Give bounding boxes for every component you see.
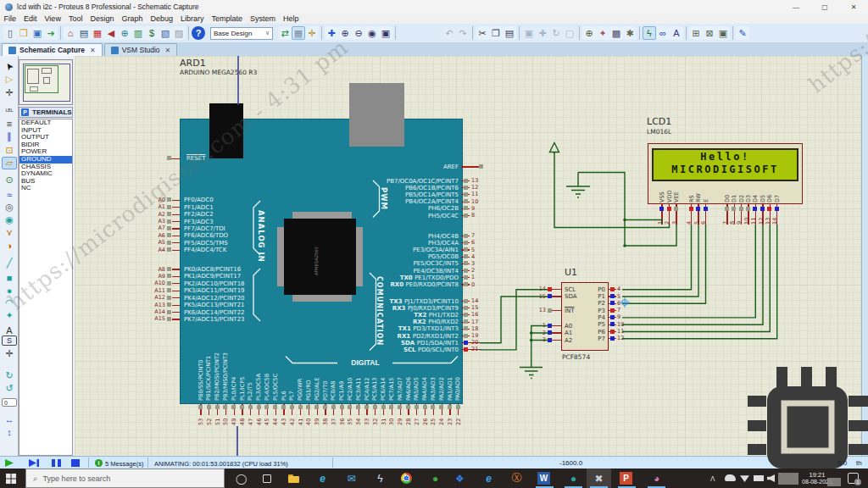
zoom-in-icon[interactable]: ⊕ — [338, 26, 352, 40]
terminal-nc[interactable]: NC — [19, 185, 72, 192]
cortana-icon[interactable]: ◯ — [234, 471, 248, 485]
open-folder-icon[interactable]: ❒ — [17, 26, 31, 40]
menu-graph[interactable]: Graph — [118, 14, 147, 23]
tab-close-icon[interactable]: ✕ — [165, 47, 171, 54]
message-count[interactable]: 5 Message(s) — [105, 460, 143, 468]
menu-edit[interactable]: Edit — [20, 14, 42, 23]
file-explorer-icon[interactable] — [287, 471, 301, 485]
source-icon[interactable]: ▥ — [131, 26, 145, 40]
help-icon[interactable]: ? — [192, 26, 205, 40]
circle-2d-icon[interactable]: ● — [2, 284, 17, 297]
subcircuit-icon[interactable]: ⊡ — [2, 144, 17, 157]
tab-close-icon[interactable]: ✕ — [90, 47, 96, 54]
component-mode-icon[interactable]: ▷ — [2, 73, 17, 86]
bom-icon[interactable]: $ — [145, 26, 159, 40]
angle-field[interactable]: 0 — [2, 398, 17, 407]
voltage-probe-icon[interactable]: ⋎ — [2, 226, 17, 239]
bus-icon[interactable]: ∥ — [2, 130, 17, 143]
menu-debug[interactable]: Debug — [147, 14, 177, 23]
paint-icon[interactable]: ◕ — [649, 471, 664, 485]
save-icon[interactable]: ▣ — [31, 26, 44, 40]
chrome-icon[interactable]: ● — [401, 473, 412, 484]
notification-icon[interactable]: 1 — [848, 473, 859, 484]
undo-icon[interactable]: ↶ — [442, 26, 456, 40]
marker-2d-icon[interactable]: ✛ — [2, 347, 17, 360]
block-copy-icon[interactable]: ▣ — [522, 26, 536, 40]
pan-icon[interactable]: ✚ — [325, 26, 338, 40]
new-file-icon[interactable]: ▯ — [3, 26, 17, 40]
current-probe-icon[interactable]: ◑ — [2, 239, 17, 252]
symbol-2d-icon[interactable]: S — [2, 336, 17, 346]
wire-autorouter-icon[interactable]: ϟ — [643, 26, 656, 40]
pick-button[interactable]: P — [21, 108, 29, 116]
flash-icon[interactable]: ϟ — [373, 471, 387, 485]
origin-icon[interactable]: ✛ — [305, 26, 319, 40]
edge-icon[interactable]: e — [315, 471, 330, 485]
close-button[interactable]: ✕ — [839, 0, 868, 14]
design-explorer-icon[interactable]: ▧ — [159, 26, 172, 40]
pcb-icon[interactable]: ▦ — [91, 26, 104, 40]
wifi-icon[interactable] — [740, 474, 749, 482]
powerpoint-icon[interactable]: P — [620, 472, 632, 485]
refresh-icon[interactable]: ⇄ — [278, 26, 292, 40]
block-delete-icon[interactable]: ▢ — [563, 26, 576, 40]
menu-view[interactable]: View — [41, 14, 64, 23]
task-view-icon[interactable] — [259, 471, 274, 485]
menu-template[interactable]: Template — [208, 14, 247, 23]
import-icon[interactable]: ➔ — [44, 26, 58, 40]
new-sheet-icon[interactable]: ⊞ — [689, 26, 703, 40]
packaging-icon[interactable]: ▩ — [609, 26, 623, 40]
redo-icon[interactable]: ↷ — [456, 26, 470, 40]
onedrive-icon[interactable] — [725, 474, 736, 481]
menu-design[interactable]: Design — [86, 14, 118, 23]
zoom-area-icon[interactable]: ▣ — [379, 26, 392, 40]
schematic-canvas[interactable]: ARD1ARDUINO MEGA2560 R3RESETA0PF0/ADC0A1… — [75, 56, 868, 456]
start-button[interactable] — [6, 474, 16, 484]
text-2d-icon[interactable]: A — [2, 324, 17, 336]
block-rotate-icon[interactable]: ↻ — [549, 26, 563, 40]
edit-design-icon[interactable]: ✎ — [736, 26, 749, 40]
pick-parts-icon[interactable]: ⊕ — [582, 26, 596, 40]
dropbox-icon[interactable]: ❖ — [453, 471, 467, 485]
make-device-icon[interactable]: ✦ — [596, 26, 609, 40]
tape-recorder-icon[interactable]: ◎ — [2, 201, 17, 214]
tab-vsm-studio[interactable]: VSM Studio✕ — [104, 43, 178, 56]
generator-icon[interactable]: ◉ — [2, 214, 17, 226]
remove-sheet-icon[interactable]: ⊠ — [703, 26, 716, 40]
tab-schematic-capture[interactable]: Schematic Capture✕ — [2, 43, 103, 56]
design-selector[interactable]: Base Design∨ — [210, 27, 273, 40]
terminal-mode-icon[interactable]: ▱ — [2, 157, 17, 169]
cut-icon[interactable]: ✂ — [476, 26, 489, 40]
junction-dot-icon[interactable]: ✛ — [2, 86, 17, 99]
library-browse-icon[interactable]: ⊕ — [118, 26, 131, 40]
flip-h-icon[interactable]: ↔ — [2, 413, 17, 425]
maximize-button[interactable]: ▢ — [810, 0, 839, 14]
schematic-overview[interactable] — [19, 59, 73, 105]
search-icon[interactable]: ∞ — [656, 26, 670, 40]
device-pin-icon[interactable]: ⊙ — [2, 174, 17, 186]
animation-controls[interactable] — [3, 458, 88, 469]
mail-icon[interactable]: ✉ — [344, 471, 359, 485]
battery-icon[interactable] — [754, 475, 764, 481]
menu-file[interactable]: File — [0, 14, 20, 23]
decompose-icon[interactable]: ✱ — [623, 26, 637, 40]
goto-sheet-icon[interactable]: ▣ — [716, 26, 730, 40]
box-2d-icon[interactable]: ■ — [2, 271, 17, 284]
menu-system[interactable]: System — [247, 14, 280, 23]
xampp-icon[interactable]: Ⓧ — [509, 471, 524, 485]
rotate-cw-icon[interactable]: ↻ — [2, 369, 17, 382]
taskbar-search[interactable]: ⌕ Type here to search — [25, 469, 225, 488]
ie-icon[interactable]: e — [481, 471, 496, 485]
text-script-icon[interactable]: ≡ — [2, 117, 17, 130]
zoom-all-icon[interactable]: ◉ — [365, 26, 379, 40]
notes-icon[interactable]: ▨ — [172, 26, 186, 40]
flip-v-icon[interactable]: ↕ — [2, 425, 17, 438]
property-assign-icon[interactable]: A — [670, 26, 683, 40]
proteus-icon[interactable]: ✖ — [592, 471, 606, 485]
block-move-icon[interactable]: ✚ — [536, 26, 549, 40]
path-2d-icon[interactable]: ✦ — [2, 309, 17, 322]
line-2d-icon[interactable]: ╱ — [2, 257, 17, 269]
graph-mode-icon[interactable]: ≈ — [2, 188, 17, 201]
app-teal-icon[interactable]: ● — [566, 471, 581, 485]
home-icon[interactable]: ⌂ — [64, 26, 77, 40]
